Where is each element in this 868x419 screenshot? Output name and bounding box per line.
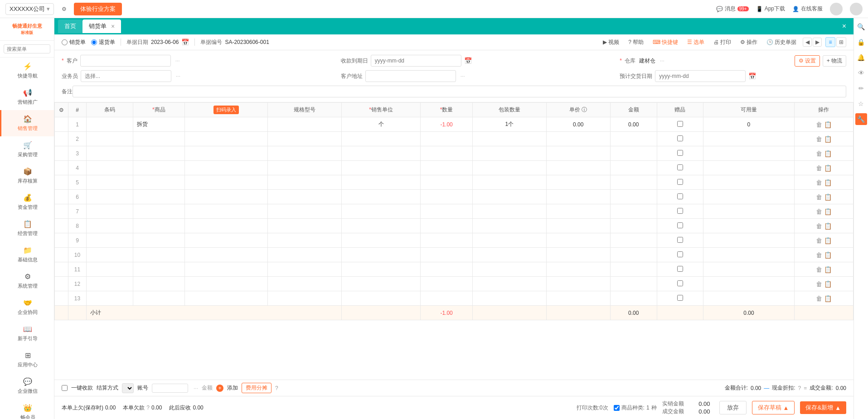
help-button[interactable]: ? 帮助 bbox=[626, 38, 646, 47]
copy-row-button[interactable]: 📋 bbox=[824, 135, 832, 143]
row-unit-price[interactable] bbox=[546, 175, 610, 190]
sidebar-item-wechat[interactable]: 💬 企业微信 bbox=[0, 373, 54, 399]
copy-row-button[interactable]: 📋 bbox=[824, 208, 832, 215]
row-spec[interactable] bbox=[268, 219, 342, 233]
list-view-button[interactable]: ≡ bbox=[825, 37, 835, 47]
row-gift[interactable] bbox=[657, 219, 703, 233]
copy-row-button[interactable]: 📋 bbox=[824, 193, 832, 201]
gift-checkbox[interactable] bbox=[677, 222, 683, 228]
row-unit-price[interactable] bbox=[546, 146, 610, 161]
row-gift[interactable] bbox=[657, 161, 703, 175]
th-scan[interactable]: 扫码录入 bbox=[185, 103, 268, 117]
sidebar-item-quick-nav[interactable]: ⚡ 快捷导航 bbox=[0, 58, 54, 84]
row-pkg-qty[interactable] bbox=[472, 132, 546, 146]
row-unit-price[interactable] bbox=[546, 219, 610, 233]
sidebar-item-sales[interactable]: 🏠 销售管理 bbox=[0, 110, 54, 136]
row-amount[interactable] bbox=[610, 262, 657, 277]
row-barcode[interactable] bbox=[87, 146, 133, 161]
row-qty[interactable] bbox=[421, 248, 472, 262]
avatar-2[interactable] bbox=[850, 3, 863, 15]
row-gift[interactable] bbox=[657, 204, 703, 219]
settings-icon[interactable]: ⚙ bbox=[58, 3, 70, 15]
row-product[interactable]: 拆货 bbox=[133, 117, 184, 132]
row-unit-price[interactable] bbox=[546, 190, 610, 204]
row-unit-price[interactable]: 0.00 bbox=[546, 117, 610, 132]
row-spec[interactable] bbox=[268, 132, 342, 146]
row-unit[interactable]: 个 bbox=[341, 117, 421, 132]
sidebar-item-marketing[interactable]: 📢 营销推广 bbox=[0, 84, 54, 110]
row-spec[interactable] bbox=[268, 233, 342, 248]
row-unit-price[interactable] bbox=[546, 204, 610, 219]
discard-button[interactable]: 放弃 bbox=[719, 401, 747, 414]
tab-home[interactable]: 首页 bbox=[58, 19, 82, 33]
copy-row-button[interactable]: 📋 bbox=[824, 222, 832, 230]
gift-checkbox[interactable] bbox=[677, 208, 683, 214]
sidebar-item-system[interactable]: ⚙ 系统管理 bbox=[0, 268, 54, 294]
row-barcode[interactable] bbox=[87, 175, 133, 190]
row-qty[interactable] bbox=[421, 204, 472, 219]
goods-type-checkbox[interactable] bbox=[614, 405, 620, 411]
sales-order-radio[interactable]: 销货单 bbox=[62, 39, 86, 46]
account-input[interactable] bbox=[152, 384, 188, 393]
row-product[interactable] bbox=[133, 262, 184, 277]
row-spec[interactable] bbox=[268, 161, 342, 175]
row-amount[interactable] bbox=[610, 233, 657, 248]
sidebar-item-member[interactable]: 👑 畅会员 bbox=[0, 399, 54, 419]
row-gift[interactable] bbox=[657, 277, 703, 291]
row-product[interactable] bbox=[133, 161, 184, 175]
delete-row-button[interactable]: 🗑 bbox=[816, 150, 822, 157]
rp-eye-button[interactable]: 👁 bbox=[855, 67, 867, 79]
row-barcode[interactable] bbox=[87, 219, 133, 233]
copy-row-button[interactable]: 📋 bbox=[824, 179, 832, 186]
print-button[interactable]: 🖨 打印 bbox=[711, 38, 734, 47]
row-pkg-qty[interactable] bbox=[472, 233, 546, 248]
gift-checkbox[interactable] bbox=[677, 121, 683, 127]
row-unit[interactable] bbox=[341, 146, 421, 161]
rp-search-button[interactable]: 🔍 bbox=[855, 21, 867, 33]
row-pkg-qty[interactable] bbox=[472, 277, 546, 291]
expense-split-button[interactable]: 费用分摊 bbox=[242, 383, 272, 393]
row-unit[interactable] bbox=[341, 219, 421, 233]
row-qty[interactable] bbox=[421, 219, 472, 233]
row-gift[interactable] bbox=[657, 175, 703, 190]
row-gift[interactable] bbox=[657, 291, 703, 306]
th-gear[interactable]: ⚙ bbox=[55, 103, 68, 117]
row-unit-price[interactable] bbox=[546, 161, 610, 175]
row-qty[interactable] bbox=[421, 161, 472, 175]
avatar[interactable] bbox=[830, 3, 843, 15]
app-download-button[interactable]: 📱 App下载 bbox=[756, 5, 785, 13]
payment-due-input[interactable] bbox=[371, 55, 461, 67]
gift-checkbox[interactable] bbox=[677, 135, 683, 141]
row-gift[interactable] bbox=[657, 190, 703, 204]
settings-button[interactable]: ⚙ 设置 bbox=[795, 55, 820, 67]
delivery-cal-icon[interactable]: 📅 bbox=[748, 72, 756, 80]
row-product[interactable] bbox=[133, 277, 184, 291]
rp-star-button[interactable]: ☆ bbox=[855, 98, 867, 110]
row-product[interactable] bbox=[133, 219, 184, 233]
row-product[interactable] bbox=[133, 146, 184, 161]
copy-row-button[interactable]: 📋 bbox=[824, 150, 832, 157]
row-pkg-qty[interactable] bbox=[472, 204, 546, 219]
copy-row-button[interactable]: 📋 bbox=[824, 121, 832, 128]
gift-checkbox[interactable] bbox=[677, 164, 683, 170]
row-unit-price[interactable] bbox=[546, 277, 610, 291]
gift-checkbox[interactable] bbox=[677, 295, 683, 301]
gift-checkbox[interactable] bbox=[677, 251, 683, 257]
delete-row-button[interactable]: 🗑 bbox=[816, 222, 822, 230]
row-amount[interactable] bbox=[610, 190, 657, 204]
sidebar-item-collab[interactable]: 🤝 企业协同 bbox=[0, 294, 54, 320]
account-dots[interactable]: ··· bbox=[194, 385, 198, 391]
sidebar-item-finance[interactable]: 💰 资金管理 bbox=[0, 189, 54, 215]
own-total-help-icon[interactable]: ? bbox=[146, 405, 150, 411]
save-new-button[interactable]: 保存&新增 ▲ bbox=[800, 401, 846, 414]
row-qty[interactable] bbox=[421, 132, 472, 146]
row-barcode[interactable] bbox=[87, 233, 133, 248]
expense-help-icon[interactable]: ? bbox=[275, 385, 278, 391]
row-qty[interactable] bbox=[421, 146, 472, 161]
salesperson-dots[interactable]: ··· bbox=[176, 73, 180, 79]
sidebar-item-app-center[interactable]: ⊞ 应用中心 bbox=[0, 347, 54, 373]
row-amount[interactable] bbox=[610, 291, 657, 306]
delete-row-button[interactable]: 🗑 bbox=[816, 266, 822, 273]
customer-dots[interactable]: ··· bbox=[175, 58, 180, 64]
gift-checkbox[interactable] bbox=[677, 193, 683, 199]
